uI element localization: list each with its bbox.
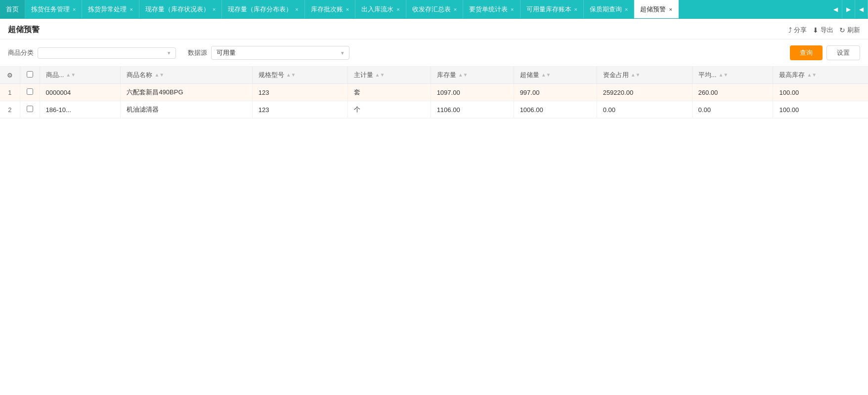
nav-tab-avail[interactable]: 可用量库存账本 × [521,0,584,19]
nav-tab-label-inventory-status: 现存量（库存状况表） [145,5,210,14]
row-1-unit: 套 [347,84,431,101]
nav-tab-label-home: 首页 [6,5,19,14]
nav-tab-close-collect[interactable]: × [454,6,457,12]
col-avg-header[interactable]: 平均... ▲▼ [692,67,773,84]
col-spec-header[interactable]: 规格型号 ▲▼ [252,67,347,84]
col-max-stock-header[interactable]: 最高库存 ▲▼ [773,67,868,84]
page-title: 超储预警 [8,25,40,35]
nav-tab-label-order-stat: 要货单统计表 [469,5,508,14]
export-button[interactable]: ⬇ 导出 [813,26,833,35]
nav-tab-home[interactable]: 首页 [0,0,25,19]
nav-tab-close-overstock[interactable]: × [669,6,672,12]
row-index-2: 2 [0,101,20,118]
settings-gear-icon: ⚙ [7,72,13,79]
col-overstock-header[interactable]: 超储量 ▲▼ [514,67,597,84]
row-2-unit: 个 [347,101,431,118]
col-settings-header[interactable]: ⚙ [0,67,20,84]
nav-tab-collect[interactable]: 收发存汇总表 × [406,0,463,19]
nav-expand-arrow[interactable]: ◀ [855,0,868,19]
sort-max-stock-icon: ▲▼ [807,73,817,78]
nav-tab-close-inventory-status[interactable]: × [213,6,216,12]
nav-tab-order-stat[interactable]: 要货单统计表 × [463,0,520,19]
nav-tab-close-abnormal[interactable]: × [130,6,132,12]
row-2-overstock: 1006.00 [514,101,597,118]
row-1-product-code: 0000004 [40,84,121,101]
filter-left: 商品分类 ▾ 数据源 可用量 ▾ [8,46,778,60]
row-2-stock: 1106.00 [431,101,514,118]
nav-next-arrow[interactable]: ▶ [842,0,855,19]
export-icon: ⬇ [813,26,819,34]
table-header-row: ⚙ 商品... ▲▼ 商品名称 ▲▼ [0,67,868,84]
nav-tab-task[interactable]: 拣货任务管理 × [25,0,82,19]
col-product-code-header[interactable]: 商品... ▲▼ [40,67,121,84]
header-actions: ⤴ 分享 ⬇ 导出 ↻ 刷新 [788,26,860,35]
table-row: 10000004六配套新昌490BPG123套1097.00997.002592… [0,84,868,101]
category-select[interactable]: ▾ [38,47,176,59]
sort-spec-icon: ▲▼ [286,73,296,78]
row-2-capital: 0.00 [597,101,692,118]
col-checkbox-header[interactable] [20,67,40,84]
row-2-avg: 0.00 [692,101,773,118]
select-all-checkbox[interactable] [27,71,33,78]
nav-tab-close-inout[interactable]: × [396,6,399,12]
top-nav: 首页拣货任务管理 ×拣货异常处理 ×现存量（库存状况表） ×现存量（库存分布表）… [0,0,868,19]
nav-tab-close-inventory-dist[interactable]: × [295,6,298,12]
nav-tab-label-task: 拣货任务管理 [31,5,70,14]
datasource-value: 可用量 [217,48,236,57]
nav-prev-arrow[interactable]: ◀ [829,0,842,19]
nav-tab-close-avail[interactable]: × [574,6,577,12]
row-checkbox-cell-2 [20,101,40,118]
share-button[interactable]: ⤴ 分享 [788,26,807,35]
query-button[interactable]: 查询 [790,45,823,60]
col-unit-header[interactable]: 主计量 ▲▼ [347,67,431,84]
nav-tab-label-batch: 库存批次账 [311,5,343,14]
nav-tab-inventory-status[interactable]: 现存量（库存状况表） × [139,0,222,19]
nav-tab-label-avail: 可用量库存账本 [526,5,571,14]
row-checkbox-2[interactable] [27,106,33,112]
sort-overstock-icon: ▲▼ [541,73,551,78]
filter-right: 查询 设置 [790,45,860,60]
settings-button[interactable]: 设置 [826,45,860,60]
row-1-spec: 123 [252,84,347,101]
nav-tab-overstock[interactable]: 超储预警 × [634,0,678,19]
nav-tab-inout[interactable]: 出入库流水 × [355,0,406,19]
nav-tab-quality[interactable]: 保质期查询 × [584,0,634,19]
nav-tab-label-inventory-dist: 现存量（库存分布表） [228,5,292,14]
nav-tab-close-batch[interactable]: × [346,6,349,12]
row-1-product-name: 六配套新昌490BPG [121,84,252,101]
table-row: 2186-10...机油滤清器123个1106.001006.000.000.0… [0,101,868,118]
row-2-spec: 123 [252,101,347,118]
nav-tab-batch[interactable]: 库存批次账 × [305,0,355,19]
col-stock-header[interactable]: 库存量 ▲▼ [431,67,514,84]
nav-tab-label-collect: 收发存汇总表 [412,5,451,14]
sort-avg-icon: ▲▼ [718,73,728,78]
data-table: ⚙ 商品... ▲▼ 商品名称 ▲▼ [0,67,868,118]
nav-tab-close-task[interactable]: × [73,6,76,12]
datasource-arrow-icon: ▾ [341,50,344,56]
datasource-select[interactable]: 可用量 ▾ [211,46,349,60]
col-product-name-header[interactable]: 商品名称 ▲▼ [121,67,252,84]
table-container: ⚙ 商品... ▲▼ 商品名称 ▲▼ [0,67,868,118]
row-1-avg: 260.00 [692,84,773,101]
filter-bar: 商品分类 ▾ 数据源 可用量 ▾ 查询 设置 [0,40,868,67]
share-icon: ⤴ [788,26,792,34]
category-label: 商品分类 [8,48,34,57]
nav-tab-close-order-stat[interactable]: × [511,6,514,12]
datasource-filter: 数据源 可用量 ▾ [188,46,349,60]
nav-tab-close-quality[interactable]: × [625,6,628,12]
sort-product-code-icon: ▲▼ [66,73,76,78]
refresh-button[interactable]: ↻ 刷新 [839,26,860,35]
row-1-max-stock: 100.00 [773,84,868,101]
nav-tab-abnormal[interactable]: 拣货异常处理 × [82,0,139,19]
row-2-product-code: 186-10... [40,101,121,118]
col-capital-header[interactable]: 资金占用 ▲▼ [597,67,692,84]
row-2-product-name: 机油滤清器 [121,101,252,118]
nav-tab-label-quality: 保质期查询 [590,5,622,14]
row-1-stock: 1097.00 [431,84,514,101]
datasource-label: 数据源 [188,48,207,57]
row-checkbox-1[interactable] [27,88,33,95]
nav-tab-label-abnormal: 拣货异常处理 [88,5,127,14]
row-index-1: 1 [0,84,20,101]
nav-tab-inventory-dist[interactable]: 现存量（库存分布表） × [222,0,304,19]
page-container: 超储预警 ⤴ 分享 ⬇ 导出 ↻ 刷新 商品分类 ▾ [0,19,868,395]
